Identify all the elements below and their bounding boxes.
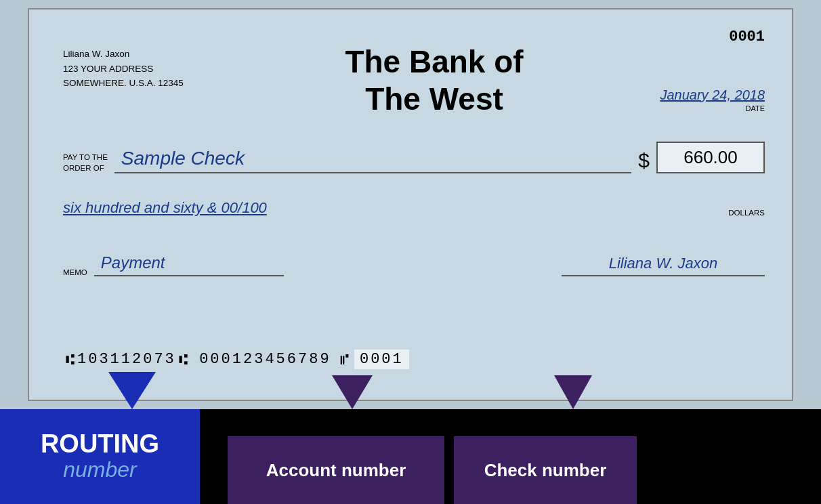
account-number-label: Account number — [228, 436, 444, 504]
memo-label: MEMO — [63, 268, 87, 276]
written-amount-section: six hundred and sixty & 00/100 DOLLARS — [63, 199, 765, 219]
check: 0001 The Bank of The West Liliana W. Jax… — [28, 8, 793, 401]
dollars-label: DOLLARS — [728, 209, 765, 219]
payer-address2: SOMEWHERE. U.S.A. 12345 — [63, 76, 184, 91]
micr-symbol-right1: ⑆ — [179, 351, 188, 369]
arrow-routing-icon — [108, 372, 156, 409]
memo-text: Payment — [101, 253, 165, 272]
arrow-check-icon — [554, 375, 592, 409]
date-value: January 24, 2018 — [660, 87, 765, 103]
date-label: DATE — [660, 104, 765, 112]
account-number-text: Account number — [266, 460, 406, 481]
micr-routing-number: 103112073 — [77, 351, 176, 368]
payee-name: Sample Check — [121, 148, 245, 169]
bottom-section: ROUTING number Account number Check numb… — [0, 409, 821, 504]
micr-check-number: 0001 — [354, 350, 409, 369]
arrow-account-icon — [332, 375, 373, 409]
date-area: January 24, 2018 DATE — [660, 87, 765, 112]
written-amount: six hundred and sixty & 00/100 — [63, 199, 267, 219]
payer-info: Liliana W. Jaxon 123 YOUR ADDRESS SOMEWH… — [63, 47, 184, 91]
amount-box: 660.00 — [656, 142, 765, 173]
routing-label-top: ROUTING — [41, 431, 159, 457]
micr-symbol-left1: ⑆ — [66, 351, 75, 369]
micr-section: ⑆ 103112073 ⑆ 000123456789 ⑈ 0001 — [63, 350, 765, 369]
memo-line: Payment — [94, 253, 284, 276]
routing-label-bottom: number — [63, 457, 137, 482]
check-background: 0001 The Bank of The West Liliana W. Jax… — [0, 0, 821, 409]
pay-to-label: PAY TO THE ORDER OF — [63, 152, 108, 173]
memo-left: MEMO Payment — [63, 253, 284, 276]
memo-section: MEMO Payment Liliana W. Jaxon — [63, 253, 765, 276]
signature-text: Liliana W. Jaxon — [609, 255, 718, 272]
payer-address1: 123 YOUR ADDRESS — [63, 62, 184, 77]
check-number-text: Check number — [484, 460, 607, 481]
routing-label: ROUTING number — [0, 409, 200, 504]
payer-name: Liliana W. Jaxon — [63, 47, 184, 62]
pay-to-section: PAY TO THE ORDER OF Sample Check $ 660.0… — [63, 142, 765, 173]
payee-line: Sample Check — [114, 148, 631, 173]
micr-check-symbol: ⑈ — [340, 351, 349, 369]
check-number-label: Check number — [454, 436, 637, 504]
signature-line: Liliana W. Jaxon — [562, 255, 765, 276]
amount-value: 660.00 — [683, 147, 738, 167]
check-number-top: 0001 — [729, 28, 765, 45]
micr-account-number: 000123456789 — [199, 351, 331, 368]
dollar-sign: $ — [638, 149, 650, 173]
bank-name: The Bank of The West — [266, 43, 602, 118]
